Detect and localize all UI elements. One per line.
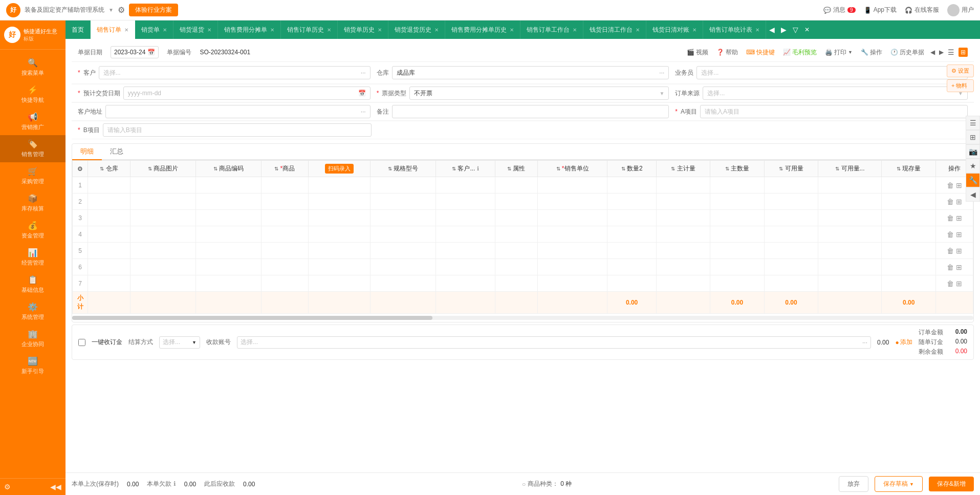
row-customer-code-2[interactable] (436, 193, 495, 210)
row-qty2-6[interactable] (607, 259, 657, 275)
row-product-code-4[interactable] (195, 226, 261, 243)
grid-view-icon[interactable]: ⊞ (959, 48, 968, 57)
sort-icon-available2[interactable]: ⇅ (835, 166, 839, 171)
row-available2-6[interactable] (818, 259, 882, 275)
sidebar-item-marketing[interactable]: 📢 营销推广 (0, 108, 66, 135)
tab-credit-clear-workbench[interactable]: 钱货日清工作台 ✕ (583, 20, 646, 39)
row-warehouse-4[interactable] (88, 226, 130, 243)
tab-sales-returns-history[interactable]: 销货单历史 ✕ (338, 20, 388, 39)
sidebar-item-sales[interactable]: 🏷️ 销售管理 (0, 135, 66, 162)
row-available2-5[interactable] (818, 243, 882, 259)
tab-sales-returns[interactable]: 销货单 ✕ (135, 20, 173, 39)
row-main-qty-7[interactable] (710, 275, 764, 292)
tab-sales-order-workbench-close[interactable]: ✕ (573, 27, 577, 33)
row-main-unit-3[interactable] (656, 210, 710, 226)
row-main-unit-6[interactable] (656, 259, 710, 275)
save-new-button[interactable]: 保存&新增 (929, 477, 974, 491)
row-main-qty-2[interactable] (710, 193, 764, 210)
row-sales-unit-1[interactable] (537, 177, 607, 193)
row-scan-4[interactable] (308, 226, 371, 243)
row-attributes-3[interactable] (495, 210, 537, 226)
row-main-qty-4[interactable] (710, 226, 764, 243)
row-qty2-3[interactable] (607, 210, 657, 226)
help-action[interactable]: ❓ 帮助 (714, 47, 740, 58)
row-available-4[interactable] (764, 226, 818, 243)
tab-sales-order[interactable]: 销售订单 ✕ (91, 20, 135, 39)
sidebar-item-finance[interactable]: 💰 资金管理 (0, 217, 66, 244)
row-qty2-5[interactable] (607, 243, 657, 259)
row-product-4[interactable] (261, 226, 308, 243)
row-product-code-6[interactable] (195, 259, 261, 275)
row-product-1[interactable] (261, 177, 308, 193)
row-warehouse-5[interactable] (88, 243, 130, 259)
row-qty2-2[interactable] (607, 193, 657, 210)
row-qty2-7[interactable] (607, 275, 657, 292)
shortcut-action[interactable]: ⌨ 快捷键 (744, 47, 777, 58)
row-warehouse-6[interactable] (88, 259, 130, 275)
sort-icon-main-qty[interactable]: ⇅ (725, 166, 729, 171)
row-scan-7[interactable] (308, 275, 371, 292)
list-view-icon[interactable]: ☰ (948, 48, 954, 56)
row-sales-unit-3[interactable] (537, 210, 607, 226)
tab-sales-fee-history-close[interactable]: ✕ (510, 27, 514, 33)
history-action[interactable]: 🕐 历史单据 (888, 47, 926, 58)
memo-input[interactable] (392, 105, 669, 118)
tab-sales-refund-history-close[interactable]: ✕ (434, 27, 439, 33)
sort-icon-customer-code[interactable]: ⇅ (452, 166, 456, 171)
row-qty2-1[interactable] (607, 177, 657, 193)
row-spec-1[interactable] (371, 177, 436, 193)
dropdown-arrow-icon[interactable]: ▼ (108, 7, 114, 13)
side-btn-3[interactable]: 📷 (966, 144, 980, 159)
tab-sales-order-stats-close[interactable]: ✕ (755, 27, 759, 33)
sidebar-item-operations[interactable]: 📊 经营管理 (0, 244, 66, 271)
copy-icon-6[interactable]: ⊞ (956, 263, 962, 271)
sort-icon-attributes[interactable]: ⇅ (507, 166, 511, 171)
row-available-2[interactable] (764, 193, 818, 210)
row-product-image-1[interactable] (130, 177, 196, 193)
discard-button[interactable]: 放弃 (839, 476, 868, 492)
account-input[interactable]: 选择... ··· (237, 336, 871, 349)
row-sales-unit-5[interactable] (537, 243, 607, 259)
row-product-3[interactable] (261, 210, 308, 226)
tab-sales-refund-close[interactable]: ✕ (207, 27, 211, 33)
sidebar-item-guide[interactable]: 🆕 新手引导 (0, 352, 66, 379)
row-warehouse-7[interactable] (88, 275, 130, 292)
delivery-date-input[interactable]: yyyy-mm-dd 📅 (123, 87, 371, 100)
add-payment-btn[interactable]: ● 添加 (895, 338, 912, 347)
print-action[interactable]: 🖨️ 打印 ▼ (823, 47, 855, 58)
tab-home[interactable]: 首页 (66, 20, 91, 39)
tab-sales-fee-history[interactable]: 销售费用分摊单历史 ✕ (445, 20, 520, 39)
sidebar-item-purchase[interactable]: 🛒 采购管理 (0, 162, 66, 189)
row-product-code-1[interactable] (195, 177, 261, 193)
sidebar-item-system[interactable]: ⚙️ 系统管理 (0, 298, 66, 325)
tab-sales-refund-history[interactable]: 销货退货历史 ✕ (388, 20, 445, 39)
row-product-5[interactable] (261, 243, 308, 259)
row-current-stock-4[interactable] (882, 226, 935, 243)
sidebar-item-search[interactable]: 🔍 搜索菜单 (0, 54, 66, 81)
row-product-image-6[interactable] (130, 259, 196, 275)
tab-sales-refund[interactable]: 销货退货 ✕ (173, 20, 218, 39)
row-warehouse-2[interactable] (88, 193, 130, 210)
row-product-2[interactable] (261, 193, 308, 210)
delete-icon-2[interactable]: 🗑 (947, 198, 954, 206)
row-available2-4[interactable] (818, 226, 882, 243)
row-scan-3[interactable] (308, 210, 371, 226)
row-attributes-5[interactable] (495, 243, 537, 259)
sidebar-collapse-icon[interactable]: ◀◀ (50, 483, 61, 491)
row-current-stock-2[interactable] (882, 193, 935, 210)
row-attributes-6[interactable] (495, 259, 537, 275)
tab-close-all-btn[interactable]: ✕ (801, 26, 813, 33)
side-btn-1[interactable]: ☰ (966, 116, 980, 130)
row-current-stock-6[interactable] (882, 259, 935, 275)
tab-sales-returns-history-close[interactable]: ✕ (378, 27, 382, 33)
deposit-checkbox[interactable] (78, 339, 85, 346)
row-main-qty-3[interactable] (710, 210, 764, 226)
tab-prev-btn[interactable]: ◀ (766, 26, 778, 34)
row-attributes-1[interactable] (495, 177, 537, 193)
row-sales-unit-7[interactable] (537, 275, 607, 292)
project-a-input[interactable]: 请输入A项目 (700, 105, 968, 118)
settings-button[interactable]: ⚙ 设置 (947, 64, 974, 77)
sort-icon-current-stock[interactable]: ⇅ (897, 166, 901, 171)
row-main-qty-6[interactable] (710, 259, 764, 275)
copy-icon-7[interactable]: ⊞ (956, 279, 962, 288)
